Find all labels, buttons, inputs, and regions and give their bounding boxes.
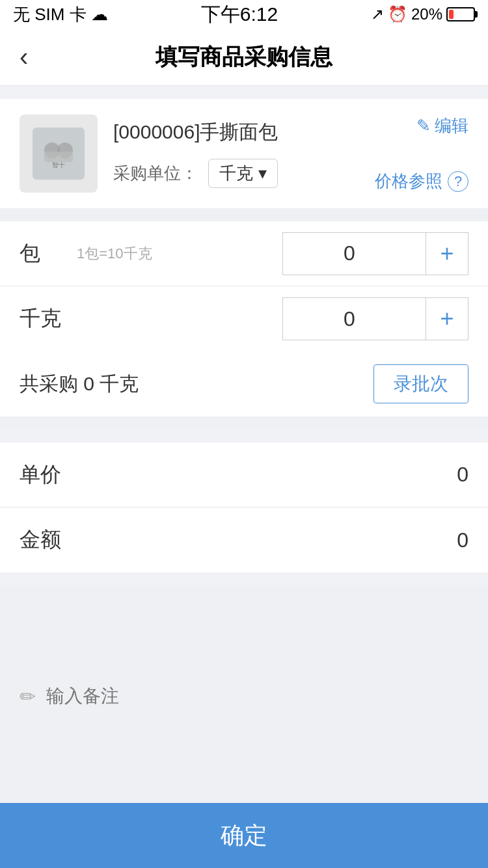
status-right: ↗ ⏰ 20%	[371, 5, 475, 23]
remark-input[interactable]	[46, 686, 468, 707]
edit-icon: ✎	[416, 116, 431, 136]
unit-price-row: 单价 0	[0, 442, 488, 508]
bao-label: 包	[20, 239, 72, 268]
input-section: 包 1包=10千克 + 千克 +	[0, 221, 488, 351]
status-bar: 无 SIM 卡 ☁ 下午6:12 ↗ ⏰ 20%	[0, 0, 488, 29]
pencil-icon: ✏	[20, 685, 36, 708]
bao-plus-button[interactable]: +	[426, 232, 468, 275]
amount-row: 金额 0	[0, 508, 488, 573]
bao-input-wrap: +	[282, 232, 468, 275]
section-divider-2	[0, 416, 488, 429]
price-section: 单价 0 金额 0	[0, 442, 488, 573]
unit-price-value: 0	[457, 463, 468, 487]
price-ref-button[interactable]: 价格参照 ?	[375, 170, 468, 193]
product-card: 智十 [0000006]手撕面包 采购单位： 千克 ▾ ✎ 编辑 价格参照 ?	[0, 99, 488, 208]
page-title: 填写商品采购信息	[156, 42, 332, 72]
svg-text:智十: 智十	[52, 161, 65, 169]
unit-selector[interactable]: 千克 ▾	[208, 159, 278, 188]
confirm-button[interactable]: 确定	[0, 803, 488, 868]
edit-button[interactable]: ✎ 编辑	[416, 115, 468, 137]
section-divider-1	[0, 208, 488, 221]
status-left: 无 SIM 卡 ☁	[13, 3, 108, 26]
kg-label: 千克	[20, 305, 72, 333]
bao-input[interactable]	[282, 232, 426, 275]
bao-input-row: 包 1包=10千克 +	[0, 221, 488, 286]
unit-label: 采购单位：	[113, 162, 198, 185]
kg-input[interactable]	[282, 297, 426, 340]
edit-label: 编辑	[435, 115, 468, 137]
svg-rect-2	[44, 152, 73, 162]
total-row: 共采购 0 千克 录批次	[0, 351, 488, 416]
product-name: [0000006]手撕面包	[113, 119, 468, 146]
bao-sublabel: 1包=10千克	[77, 244, 152, 264]
kg-plus-button[interactable]: +	[426, 297, 468, 340]
status-time: 下午6:12	[201, 1, 278, 28]
record-batch-button[interactable]: 录批次	[373, 364, 468, 403]
amount-value: 0	[457, 528, 468, 552]
kg-input-row: 千克 +	[0, 286, 488, 351]
nav-bar: ‹ 填写商品采购信息	[0, 29, 488, 86]
back-button[interactable]: ‹	[20, 36, 34, 78]
product-thumbnail: 智十	[33, 128, 85, 180]
total-label: 共采购 0 千克	[20, 371, 139, 398]
amount-label: 金额	[20, 526, 61, 554]
location-icon: ↗	[371, 5, 384, 23]
alarm-icon: ⏰	[388, 5, 407, 23]
help-icon: ?	[448, 171, 468, 192]
unit-price-label: 单价	[20, 461, 61, 489]
sim-label: 无 SIM 卡 ☁	[13, 3, 108, 26]
kg-input-wrap: +	[282, 297, 468, 340]
dropdown-arrow-icon: ▾	[258, 163, 267, 183]
battery-label: 20%	[411, 5, 442, 23]
remark-section: ✏	[0, 586, 488, 807]
price-ref-label: 价格参照	[375, 170, 442, 193]
unit-value: 千克	[219, 162, 253, 185]
product-image: 智十	[20, 115, 98, 193]
battery-icon	[446, 7, 475, 21]
